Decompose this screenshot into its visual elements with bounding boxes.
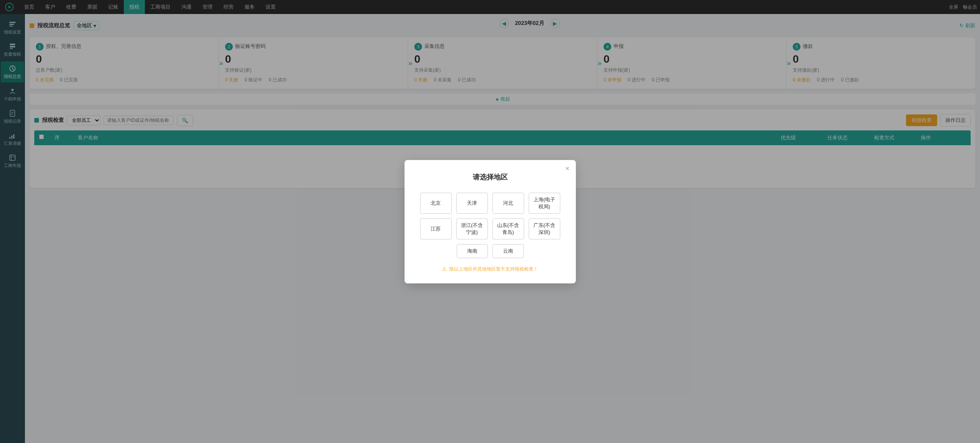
region-tianjin[interactable]: 天津 <box>456 193 488 214</box>
region-grid-row3: 海南 云南 <box>420 244 560 258</box>
region-guangdong[interactable]: 广东(不含深圳) <box>529 218 560 239</box>
modal-overlay[interactable]: × 请选择地区 北京 天津 河北 上海(电子税局) 江苏 浙江(不含宁波) 山东… <box>0 0 980 443</box>
region-zhejiang[interactable]: 浙江(不含宁波) <box>456 218 488 239</box>
region-hainan[interactable]: 海南 <box>457 244 488 258</box>
modal-close-button[interactable]: × <box>565 165 570 173</box>
region-hebei[interactable]: 河北 <box>493 193 524 214</box>
region-grid-row1: 北京 天津 河北 上海(电子税局) <box>420 193 560 214</box>
region-shanghai[interactable]: 上海(电子税局) <box>529 193 560 214</box>
region-beijing[interactable]: 北京 <box>420 193 452 214</box>
modal-title: 请选择地区 <box>420 172 560 182</box>
region-select-modal: × 请选择地区 北京 天津 河北 上海(电子税局) 江苏 浙江(不含宁波) 山东… <box>405 160 576 283</box>
region-shandong[interactable]: 山东(不含青岛) <box>493 218 524 239</box>
warning-icon: ⚠ <box>442 266 447 272</box>
warning-text: 除以上地区外其他地区暂不支持报税检查！ <box>449 266 538 272</box>
region-grid-row2: 江苏 浙江(不含宁波) 山东(不含青岛) 广东(不含深圳) <box>420 218 560 239</box>
modal-warning: ⚠ 除以上地区外其他地区暂不支持报税检查！ <box>420 266 560 272</box>
region-yunnan[interactable]: 云南 <box>493 244 524 258</box>
region-jiangsu[interactable]: 江苏 <box>420 218 452 239</box>
